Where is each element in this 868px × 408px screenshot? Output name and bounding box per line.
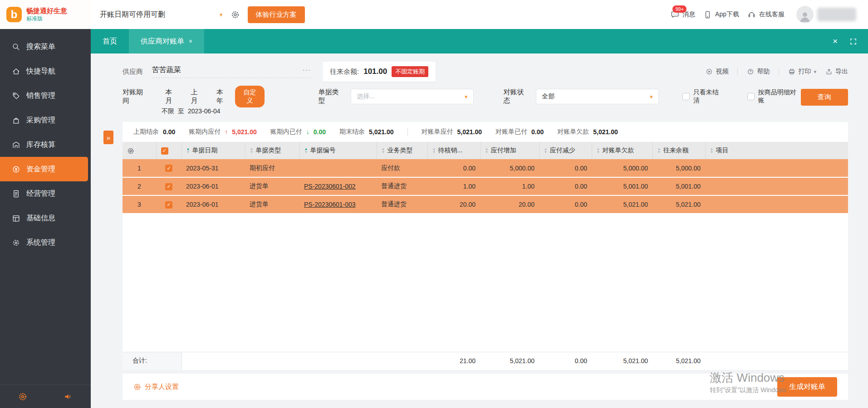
help-link[interactable]: 帮助 — [747, 68, 770, 76]
col-project[interactable]: ▲▼项目 — [705, 142, 848, 159]
balance-value: 101.00 — [363, 67, 387, 76]
expand-panel-button[interactable]: » — [103, 131, 113, 144]
account-set-select[interactable]: 开账日期可停用可删 ▾ — [100, 10, 223, 19]
money-icon — [12, 165, 20, 174]
col-label: 对账单欠款 — [602, 146, 634, 154]
cell-doc-type: 进货单 — [245, 195, 299, 214]
row-checkbox[interactable]: ✓ — [156, 177, 181, 195]
user-account[interactable] — [796, 6, 856, 23]
app-download-label: App下载 — [715, 10, 739, 19]
supplier-label: 供应商 — [123, 68, 143, 76]
col-pending[interactable]: ▲▼待核销... — [427, 142, 480, 159]
by-item-detail-checkbox[interactable]: 按商品明细对账 — [747, 89, 801, 104]
supplier-select-field[interactable]: 苦苦蔬菜 ··· — [152, 65, 311, 78]
sort-desc-icon: ▼ — [186, 151, 190, 154]
row-checkbox[interactable]: ✓ — [156, 159, 181, 177]
total-payable-increase: 5,021.00 — [480, 352, 539, 370]
select-all-checkbox[interactable]: ✓ — [156, 142, 181, 159]
print-button[interactable]: 打印 ▾ — [788, 68, 816, 76]
tab-home[interactable]: 首页 — [91, 29, 129, 53]
app-download-button[interactable]: App下载 — [703, 10, 739, 19]
action-bar: 分享人设置 生成对账单 — [123, 374, 848, 400]
export-button[interactable]: 导出 — [825, 68, 848, 76]
checkbox-icon — [682, 93, 690, 100]
video-link[interactable]: 视频 — [706, 68, 728, 76]
up-arrow-icon: ↑ — [225, 128, 228, 136]
row-index: 2 — [123, 177, 156, 195]
statement-paid-label: 对账单已付 — [495, 128, 527, 136]
sidebar-item-funds[interactable]: 资金管理 — [0, 157, 88, 181]
bag-icon — [12, 116, 20, 125]
help-label: 帮助 — [757, 68, 770, 76]
col-doc-number[interactable]: ▲▼单据编号 — [299, 142, 377, 159]
col-statement-due[interactable]: ▲▼对账单欠款 — [592, 142, 652, 159]
more-options-icon[interactable]: ··· — [302, 66, 311, 74]
cell-payable-increase: 20.00 — [480, 195, 539, 214]
unsettled-only-checkbox[interactable]: 只看未结清 — [682, 89, 724, 104]
row-index: 3 — [123, 195, 156, 214]
cell-balance: 5,001.00 — [652, 177, 705, 195]
col-doc-type[interactable]: ▲▼单据类型 — [245, 142, 299, 159]
table-row[interactable]: 3 ✓ 2023-06-01 进货单 PS-20230601-003 普通进货 … — [123, 195, 848, 214]
period-this-year-button[interactable]: 本年 — [208, 85, 231, 108]
doc-number-link[interactable]: PS-20230601-003 — [304, 201, 356, 208]
col-balance[interactable]: ▲▼往来余额 — [652, 142, 705, 159]
tab-supplier-statement[interactable]: 供应商对账单 × — [129, 29, 204, 53]
col-doc-date[interactable]: ▲▼单据日期 — [181, 142, 245, 159]
sidebar-item-sales[interactable]: 销售管理 — [0, 83, 91, 108]
cell-payable-increase: 1.00 — [480, 177, 539, 195]
date-start[interactable]: 不限 — [162, 107, 174, 116]
online-service-label: 在线客服 — [759, 10, 785, 19]
trial-solution-button[interactable]: 体验行业方案 — [248, 6, 305, 23]
col-label: 往来余额 — [663, 146, 688, 154]
date-end[interactable]: 2023-06-04 — [188, 107, 221, 116]
unsettled-only-label: 只看未结清 — [693, 88, 724, 105]
doc-type-placeholder: 选择... — [357, 92, 375, 101]
sidebar-item-search-menu[interactable]: 搜索菜单 — [0, 34, 91, 59]
doc-number-link[interactable]: PS-20230601-002 — [304, 183, 356, 190]
generate-statement-button[interactable]: 生成对账单 — [777, 377, 837, 397]
cell-statement-due: 5,000.00 — [592, 159, 652, 177]
period-last-month-button[interactable]: 上月 — [183, 85, 206, 108]
status-select[interactable]: 全部 ▾ — [536, 89, 659, 104]
col-payable-decrease[interactable]: ▲▼应付减少 — [539, 142, 592, 159]
doc-type-select[interactable]: 选择... ▾ — [351, 89, 474, 104]
sidebar-item-purchase[interactable]: 采购管理 — [0, 108, 91, 132]
tab-close-icon[interactable]: × — [189, 38, 192, 45]
col-biz-type[interactable]: ▲▼业务类型 — [377, 142, 427, 159]
volume-icon[interactable] — [64, 392, 73, 401]
row-checkbox[interactable]: ✓ — [156, 195, 181, 214]
settings-gear-icon[interactable] — [18, 392, 27, 401]
statement-due-value: 5,021.00 — [593, 128, 618, 136]
list-icon — [12, 214, 20, 223]
fullscreen-icon[interactable] — [849, 38, 857, 45]
period-custom-button[interactable]: 自定义 — [235, 86, 265, 107]
column-settings-button[interactable] — [123, 142, 156, 159]
chevron-down-icon: ▾ — [650, 93, 653, 100]
table-row[interactable]: 1 ✓ 2023-05-31 期初应付 应付款 0.00 5,000.00 0.… — [123, 159, 848, 177]
sidebar-item-operations[interactable]: 经营管理 — [0, 181, 91, 206]
sidebar-item-inventory[interactable]: 库存核算 — [0, 132, 91, 157]
sidebar-item-label: 基础信息 — [26, 214, 55, 223]
sidebar-item-system[interactable]: 系统管理 — [0, 230, 91, 255]
period-this-month-button[interactable]: 本月 — [157, 85, 180, 108]
period-paid-label: 账期内已付 — [270, 128, 302, 136]
cell-statement-due: 5,001.00 — [592, 177, 652, 195]
sidebar-item-basic-info[interactable]: 基础信息 — [0, 206, 91, 230]
query-button[interactable]: 查询 — [801, 89, 848, 106]
phone-icon — [703, 10, 712, 19]
table-row[interactable]: 2 ✓ 2023-06-01 进货单 PS-20230601-002 普通进货 … — [123, 177, 848, 195]
totals-row: 合计: 21.00 5,021.00 0.00 5,021.00 5,021.0… — [123, 352, 848, 370]
cell-biz-type: 普通进货 — [377, 177, 427, 195]
date-range-field[interactable]: 不限 至 2023-06-04 — [162, 107, 265, 116]
share-settings-button[interactable]: 分享人设置 — [133, 383, 179, 391]
online-service-button[interactable]: 在线客服 — [747, 10, 785, 19]
col-payable-increase[interactable]: ▲▼应付增加 — [480, 142, 539, 159]
down-arrow-icon: ↓ — [306, 128, 309, 136]
cell-doc-number: PS-20230601-002 — [299, 177, 377, 195]
sidebar-item-quick-nav[interactable]: 快捷导航 — [0, 59, 91, 83]
col-label: 待核销... — [438, 146, 462, 154]
account-settings-button[interactable] — [231, 10, 240, 19]
close-icon[interactable]: × — [833, 36, 838, 46]
messages-button[interactable]: 99+ 消息 — [671, 10, 695, 19]
